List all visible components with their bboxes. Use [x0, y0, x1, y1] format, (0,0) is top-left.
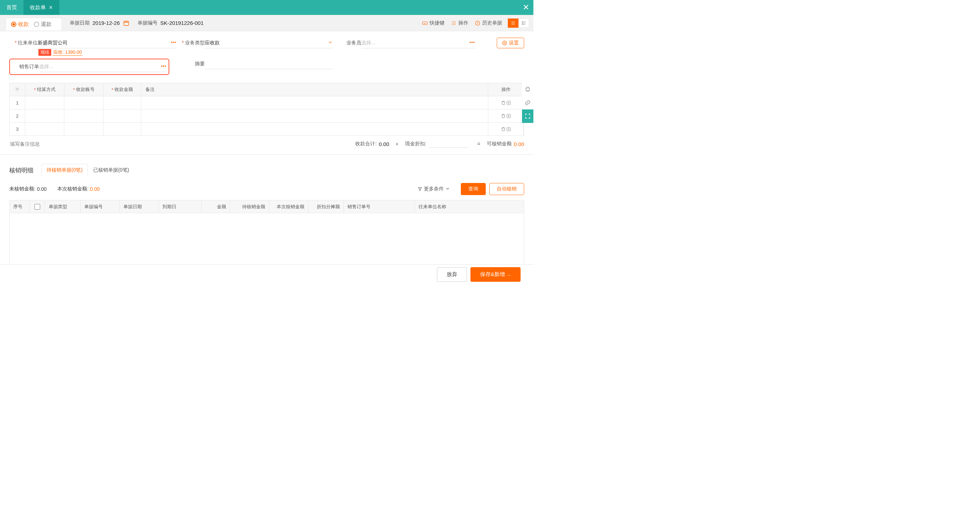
note-input[interactable] [9, 141, 349, 147]
rail-print-icon[interactable] [522, 82, 533, 96]
field-doc-date: 单据日期 2019-12-26 [70, 19, 130, 27]
svg-rect-2 [422, 22, 427, 24]
svg-point-11 [455, 24, 455, 24]
history-icon [475, 20, 480, 26]
company-label: 往来单位 [18, 40, 38, 46]
verify-title: 核销明细 [9, 166, 33, 174]
row-index: 1 [10, 96, 25, 109]
discount-label: 现金折扣: [405, 141, 426, 147]
cell-account[interactable] [64, 122, 103, 135]
salesorder-label: 销售订单 [19, 63, 39, 69]
svg-rect-1 [124, 21, 129, 25]
discard-button[interactable]: 放弃 [437, 267, 467, 282]
svg-rect-14 [522, 24, 523, 25]
total-value: 0.00 [379, 141, 389, 147]
chevron-up-icon: ︿ [507, 273, 511, 277]
table-row[interactable]: 2 [10, 109, 524, 122]
vcol-discount: 折扣分摊额 [317, 204, 340, 209]
add-row-icon[interactable] [506, 127, 511, 132]
table-row[interactable]: 3 [10, 122, 524, 136]
tab-receipt[interactable]: 收款单 ✕ [24, 0, 59, 15]
toolbar: 收款 退款 单据日期 2019-12-26 单据编号 SK-20191226-0… [0, 15, 533, 31]
add-row-icon[interactable] [506, 113, 511, 119]
cell-memo[interactable] [141, 109, 488, 122]
history-label: 历史单据 [482, 20, 502, 26]
cell-amount[interactable] [103, 109, 141, 122]
operate-button[interactable]: 操作 [451, 20, 468, 26]
ellipsis-icon[interactable]: ••• [171, 40, 177, 45]
filter-icon [417, 187, 422, 192]
cell-method[interactable] [25, 109, 64, 122]
tab-home[interactable]: 首页 [0, 0, 24, 15]
select-all-checkbox[interactable] [35, 204, 40, 210]
summary-input[interactable] [205, 59, 333, 69]
cell-memo[interactable] [141, 96, 488, 109]
cell-method[interactable] [25, 96, 64, 109]
ellipsis-icon[interactable]: ••• [161, 63, 166, 68]
history-button[interactable]: 历史单据 [475, 20, 502, 26]
add-row-icon[interactable] [506, 100, 511, 106]
cell-account[interactable] [64, 96, 103, 109]
radio-receive[interactable]: 收款 [11, 21, 29, 28]
biztype-select[interactable]: 应收款 [205, 38, 333, 48]
sales-order-highlight: 销售订单 选择... ••• [9, 59, 169, 75]
query-button[interactable]: 查询 [461, 183, 486, 195]
total-label: 收款合计: [355, 141, 377, 147]
salesman-placeholder: 选择... [361, 40, 375, 46]
trash-icon[interactable] [501, 113, 506, 119]
biztype-label: 业务类型 [185, 40, 205, 46]
close-icon[interactable]: ✕ [49, 5, 53, 10]
settings-button[interactable]: 设置 [497, 38, 524, 48]
view-list-icon[interactable] [508, 19, 519, 28]
save-and-new-button[interactable]: 保存&新增︿ [471, 267, 520, 282]
cell-account[interactable] [64, 109, 103, 122]
radio-refund[interactable]: 退款 [34, 21, 52, 28]
discount-input[interactable] [429, 140, 468, 148]
company-value: 新盛商贸公司 [38, 40, 68, 46]
tab-home-label: 首页 [6, 4, 17, 11]
svg-point-5 [455, 21, 455, 22]
trash-icon[interactable] [501, 100, 506, 106]
svg-point-16 [17, 89, 18, 90]
tab-pending[interactable]: 待核销单据(0笔) [41, 164, 88, 177]
settle-badge: 现结 [38, 49, 51, 56]
footer: 放弃 保存&新增︿ [0, 264, 533, 284]
writeoff-label: 可核销金额 [487, 141, 512, 147]
writeoff-value: 0.00 [514, 141, 524, 147]
gear-icon[interactable] [14, 86, 20, 93]
salesman-select[interactable]: 选择... ••• [361, 38, 475, 48]
shortcut-button[interactable]: 快捷键 [422, 20, 444, 26]
window-close-icon[interactable]: ✕ [519, 0, 533, 15]
rail-link-icon[interactable] [522, 96, 533, 109]
doc-date-value[interactable]: 2019-12-26 [92, 20, 120, 26]
cell-method[interactable] [25, 122, 64, 135]
chevron-down-icon [445, 186, 452, 192]
more-conditions-button[interactable]: 更多条件 [417, 186, 452, 192]
verify-table: 序号 单据类型 单据编号 单据日期 到期日 金额 待核销金额 本次核销金额 折扣… [9, 200, 524, 213]
equals-symbol: = [477, 141, 480, 147]
cell-memo[interactable] [141, 122, 488, 135]
auto-writeoff-button[interactable]: 自动核销 [489, 183, 524, 195]
cell-amount[interactable] [103, 96, 141, 109]
grid-icon [451, 20, 457, 26]
view-toggle [508, 19, 529, 28]
company-input[interactable]: 新盛商贸公司 ••• [38, 38, 177, 48]
doc-date-label: 单据日期 [70, 20, 90, 26]
trash-icon[interactable] [501, 127, 506, 132]
salesorder-select[interactable]: 选择... ••• [39, 62, 166, 72]
view-detail-icon[interactable] [519, 19, 529, 28]
vcol-pending: 待核销金额 [242, 204, 265, 209]
vcol-this: 本次核销金额 [277, 204, 304, 209]
vcol-due: 到期日 [162, 204, 177, 209]
ellipsis-icon[interactable]: ••• [469, 40, 475, 45]
svg-rect-13 [522, 21, 523, 23]
salesorder-placeholder: 选择... [39, 63, 53, 70]
rail-expand-icon[interactable] [522, 109, 533, 123]
tab-done[interactable]: 已核销单据(0笔) [88, 164, 134, 177]
vcol-seq: 序号 [13, 204, 22, 209]
unwrite-label: 未核销金额: [9, 186, 35, 192]
table-row[interactable]: 1 [10, 96, 524, 109]
calendar-icon[interactable] [123, 19, 130, 27]
cell-amount[interactable] [103, 122, 141, 135]
svg-point-3 [452, 21, 453, 22]
